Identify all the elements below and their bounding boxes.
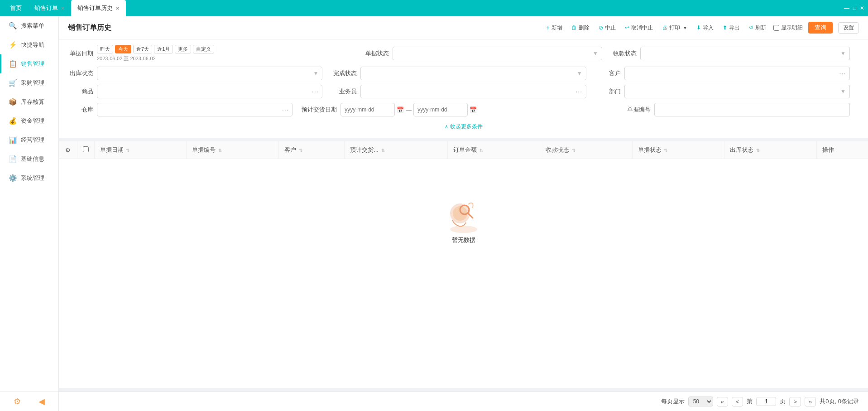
next-page-button[interactable]: >: [789, 397, 801, 406]
sidebar-item-basic-info[interactable]: 📄 基础信息: [0, 150, 58, 169]
delivery-date-from[interactable]: [340, 103, 395, 116]
th-outbound-status[interactable]: 出库状态 ⇅: [724, 141, 817, 159]
sidebar-bottom: ⚙ ◀: [0, 392, 58, 411]
main-content: 销售订单历史 + 新增 🗑 删除 ⊘ 中止 ↩ 取消中止: [59, 16, 868, 411]
tab-sales-order-close[interactable]: ✕: [61, 5, 65, 11]
calendar-from-icon[interactable]: 📅: [397, 106, 404, 113]
th-order-amount[interactable]: 订单金额 ⇅: [448, 141, 540, 159]
window-close[interactable]: ✕: [860, 5, 864, 11]
tab-sales-order-history[interactable]: 销售订单历史 ✕: [71, 0, 126, 16]
sidebar-item-finance[interactable]: 💰 资金管理: [0, 111, 58, 131]
sales-icon: 📋: [9, 60, 17, 68]
cancel-stop-button[interactable]: ↩ 取消中止: [623, 23, 655, 33]
customer-dots[interactable]: ···: [839, 69, 846, 78]
th-checkbox[interactable]: [77, 141, 94, 159]
delete-button[interactable]: 🗑 删除: [570, 23, 591, 33]
show-detail-checkbox-label[interactable]: 显示明细: [773, 24, 803, 32]
complete-select[interactable]: ▼: [360, 67, 586, 80]
tab-sales-order-history-close[interactable]: ✕: [115, 5, 120, 11]
filter-payment-status: 收款状态 ▼: [611, 47, 859, 60]
date-btn-7days[interactable]: 近7天: [133, 45, 152, 53]
date-btn-1month[interactable]: 近1月: [154, 45, 173, 53]
th-customer[interactable]: 客户 ⇅: [278, 141, 344, 159]
sidebar-item-search[interactable]: 🔍 搜索菜单: [0, 16, 58, 35]
delete-icon: 🗑: [571, 24, 577, 31]
sidebar-item-operations[interactable]: 📊 经营管理: [0, 131, 58, 150]
empty-state: 暂无数据: [59, 159, 868, 280]
add-button[interactable]: + 新增: [544, 23, 564, 33]
tab-home[interactable]: 首页: [4, 0, 28, 16]
import-button[interactable]: ⬇ 导入: [695, 23, 715, 33]
department-select[interactable]: ▼: [624, 85, 850, 98]
th-doc-date[interactable]: 单据日期 ⇅: [94, 141, 187, 159]
window-minimize[interactable]: —: [844, 5, 849, 11]
date-btn-yesterday[interactable]: 昨天: [97, 45, 113, 53]
filter-date-field: 单据日期 昨天 今天 近7天 近1月 更多 自定义 2023-06-02 至 2…: [68, 45, 364, 62]
calendar-to-icon[interactable]: 📅: [470, 106, 477, 113]
import-label: 导入: [703, 24, 714, 32]
th-outbound-status-label: 出库状态: [730, 146, 753, 153]
warehouse-dots[interactable]: ···: [282, 105, 288, 115]
print-icon: 🖨: [662, 24, 667, 31]
order-no-input[interactable]: [654, 103, 850, 116]
first-page-button[interactable]: «: [717, 397, 728, 406]
refresh-button[interactable]: ↺ 刷新: [747, 23, 768, 33]
date-btn-custom[interactable]: 自定义: [193, 45, 214, 53]
delivery-date-to[interactable]: [413, 103, 468, 116]
sidebar-item-purchase[interactable]: 🛒 采购管理: [0, 73, 58, 92]
stop-button[interactable]: ⊘ 中止: [597, 23, 618, 33]
sidebar-item-sales[interactable]: 📋 销售管理: [0, 54, 58, 73]
select-all-checkbox[interactable]: [83, 146, 89, 152]
goods-dots[interactable]: ···: [312, 87, 318, 97]
page-size-select[interactable]: 50 10 20 100: [688, 396, 713, 406]
collapse-label: 收起更多条件: [450, 123, 483, 131]
filter-outbound: 出库状态 ▼: [68, 67, 331, 80]
salesman-dots[interactable]: ···: [575, 87, 582, 97]
sort-doc-date-icon: ⇅: [126, 148, 129, 153]
prev-page-button[interactable]: <: [732, 397, 743, 406]
settings-button[interactable]: 设置: [838, 22, 859, 34]
payment-status-select[interactable]: ▼: [640, 47, 850, 60]
collapse-up-icon: ∧: [445, 124, 448, 130]
page-number-input[interactable]: [756, 397, 776, 406]
sidebar-settings-icon[interactable]: ⚙: [14, 396, 21, 406]
sidebar-item-sales-label: 销售管理: [21, 60, 44, 68]
date-shortcuts: 昨天 今天 近7天 近1月 更多 自定义: [97, 45, 214, 53]
show-detail-checkbox[interactable]: [773, 25, 779, 31]
export-icon: ⬆: [723, 24, 727, 31]
tab-sales-order[interactable]: 销售订单 ✕: [28, 0, 71, 16]
sort-delivery-icon: ⇅: [381, 148, 385, 153]
page-label-suffix: 页: [780, 397, 786, 406]
th-doc-no-label: 单据编号: [192, 146, 216, 153]
department-label: 部门: [595, 87, 621, 96]
export-button[interactable]: ⬆ 导出: [721, 23, 742, 33]
window-maximize[interactable]: □: [853, 5, 856, 11]
th-doc-no[interactable]: 单据编号 ⇅: [187, 141, 279, 159]
filter-row-4: 仓库 ··· 预计交货日期 📅 — 📅: [68, 103, 859, 116]
th-payment-status[interactable]: 收款状态 ⇅: [540, 141, 632, 159]
collapse-bar[interactable]: ∧ 收起更多条件: [68, 121, 859, 132]
filter-area: 单据日期 昨天 今天 近7天 近1月 更多 自定义 2023-06-02 至 2…: [59, 39, 868, 138]
date-btn-more[interactable]: 更多: [175, 45, 191, 53]
print-button[interactable]: 🖨 打印 ▼: [660, 23, 689, 33]
complete-arrow: ▼: [577, 70, 582, 77]
print-arrow-icon: ▼: [683, 25, 687, 30]
sidebar-collapse-icon[interactable]: ◀: [38, 396, 45, 406]
filter-row-2: 出库状态 ▼ 完成状态 ▼ 客户: [68, 67, 859, 80]
top-bar-right: — □ ✕: [844, 5, 864, 11]
th-delivery-date[interactable]: 预计交货... ⇅: [345, 141, 448, 159]
last-page-button[interactable]: »: [805, 397, 816, 406]
sidebar-item-quick-nav[interactable]: ⚡ 快捷导航: [0, 35, 58, 54]
th-settings[interactable]: ⚙: [59, 141, 77, 159]
filter-goods: 商品 ···: [68, 85, 331, 98]
date-btn-today[interactable]: 今天: [115, 45, 131, 53]
th-doc-status[interactable]: 单据状态 ⇅: [632, 141, 724, 159]
doc-status-select[interactable]: ▼: [393, 47, 602, 60]
sidebar-item-inventory[interactable]: 📦 库存核算: [0, 92, 58, 111]
sidebar-item-sys-mgmt[interactable]: ⚙️ 系统管理: [0, 169, 58, 188]
query-button[interactable]: 查询: [808, 22, 833, 34]
pagination: 每页显示 50 10 20 100 « < 第 页 > » 共0页, 0条记录: [59, 392, 868, 411]
th-order-amount-label: 订单金额: [453, 146, 477, 153]
outbound-select[interactable]: ▼: [97, 67, 322, 80]
filter-row-3: 商品 ··· 业务员 ··· 部门: [68, 85, 859, 98]
